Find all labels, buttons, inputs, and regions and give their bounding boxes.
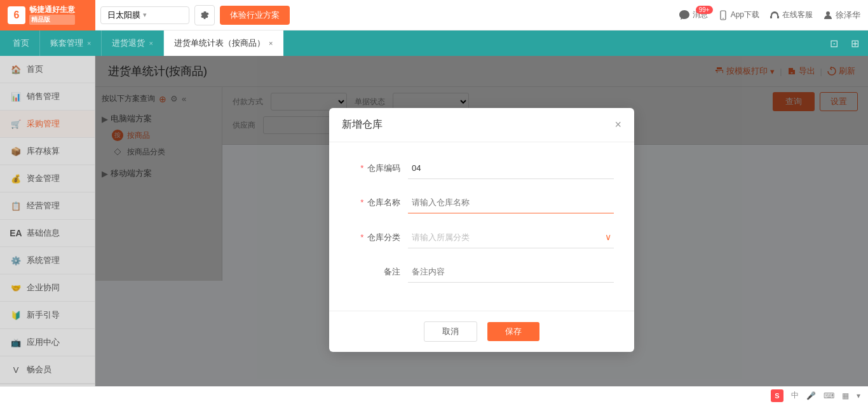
trial-button[interactable]: 体验行业方案 [220, 6, 290, 25]
sidebar-label-purchase: 采购管理 [27, 118, 60, 130]
sidebar-item-guide[interactable]: 🔰 新手引导 [0, 302, 95, 329]
sidebar-item-sales[interactable]: 📊 销售管理 [0, 83, 95, 111]
main-layout: 🏠 首页 📊 销售管理 🛒 采购管理 📦 库存核算 💰 资金管理 📋 经营管理 … [0, 56, 868, 404]
svg-rect-2 [770, 16, 772, 18]
sidebar-label-apps: 应用中心 [27, 337, 60, 348]
tab-bar: 首页 账套管理 × 进货退货 × 进货单统计表（按商品） × ⊡ ⊞ [0, 30, 868, 56]
sidebar-item-inventory[interactable]: 📦 库存核算 [0, 138, 95, 165]
sidebar-label-finance: 资金管理 [27, 173, 60, 184]
store-label: 日太阳膜 [107, 10, 140, 21]
apps-icon: 📺 [10, 337, 22, 348]
status-lang[interactable]: 中 [791, 390, 799, 401]
s-logo-icon: S [771, 389, 783, 402]
sidebar-label-home: 首页 [27, 64, 43, 75]
sidebar-item-info[interactable]: EA 基础信息 [0, 220, 95, 247]
username: 徐泽华 [836, 10, 860, 21]
sidebar-item-apps[interactable]: 📺 应用中心 [0, 329, 95, 356]
chevron-down-icon: ▾ [143, 11, 147, 19]
remark-label: 备注 [349, 266, 400, 278]
gear-button[interactable] [194, 5, 215, 25]
logo-badge: 精品版 [29, 15, 75, 25]
tab-account[interactable]: 账套管理 × [40, 30, 102, 56]
logo-name: 畅捷通好生意 [29, 5, 75, 15]
sidebar-item-vip[interactable]: V 畅会员 [0, 356, 95, 384]
code-label: * 仓库编码 [349, 163, 400, 174]
sidebar-label-sales: 销售管理 [27, 91, 60, 102]
content-area: 进货单统计(按商品) 按模板打印 ▾ | 导出 | 刷新 [95, 56, 868, 404]
sidebar-label-info: 基础信息 [27, 227, 60, 239]
status-logo: S [771, 389, 783, 402]
warehouse-code-input[interactable] [408, 158, 614, 179]
gear-icon [200, 10, 210, 20]
collab-icon: 🤝 [10, 282, 22, 293]
status-mic-icon[interactable]: 🎤 [806, 391, 816, 400]
sidebar-label-guide: 新手引导 [27, 309, 60, 321]
svg-rect-3 [777, 16, 779, 18]
modal-header: 新增仓库 × [329, 108, 634, 142]
modal-footer: 取消 保存 [329, 311, 634, 352]
warehouse-name-input[interactable] [408, 192, 614, 213]
sidebar-item-manage[interactable]: 📋 经营管理 [0, 192, 95, 220]
category-select-wrap: 请输入所属分类 ∨ [408, 226, 614, 248]
modal-body: * 仓库编码 * 仓库名称 [329, 142, 634, 311]
sidebar-label-manage: 经营管理 [27, 200, 60, 212]
svg-point-1 [722, 18, 724, 19]
store-selector[interactable]: 日太阳膜 ▾ [100, 6, 189, 24]
messages-button[interactable]: 消息 99+ [679, 10, 708, 21]
status-keyboard-icon[interactable]: ⌨ [824, 391, 834, 400]
tab-purchase-return[interactable]: 进货退货 × [102, 30, 163, 56]
nav-right: 消息 99+ App下载 在线客服 徐泽华 [679, 10, 860, 21]
status-grid-icon[interactable]: ▦ [842, 391, 849, 400]
status-bar: S 中 🎤 ⌨ ▦ ▾ [0, 386, 868, 404]
sidebar: 🏠 首页 📊 销售管理 🛒 采购管理 📦 库存核算 💰 资金管理 📋 经营管理 … [0, 56, 95, 404]
sidebar-label-vip: 畅会员 [27, 364, 51, 375]
tab-maximize-button[interactable]: ⊞ [844, 37, 865, 50]
purchase-icon: 🛒 [10, 118, 22, 130]
cancel-button[interactable]: 取消 [424, 321, 477, 342]
svg-point-4 [826, 11, 830, 15]
vip-icon: V [10, 364, 22, 375]
app-download-button[interactable]: App下载 [718, 10, 759, 20]
modal-code-row: * 仓库编码 [349, 158, 614, 179]
modal-close-button[interactable]: × [614, 118, 621, 131]
sidebar-item-finance[interactable]: 💰 资金管理 [0, 165, 95, 192]
system-icon: ⚙️ [10, 255, 22, 266]
manage-icon: 📋 [10, 200, 22, 212]
sidebar-item-collab[interactable]: 🤝 企业协同 [0, 274, 95, 302]
message-badge: 99+ [696, 6, 713, 14]
sidebar-label-collab: 企业协同 [27, 282, 60, 293]
finance-icon: 💰 [10, 173, 22, 184]
warehouse-remark-input[interactable] [408, 261, 614, 283]
headphone-icon [770, 10, 780, 20]
message-icon [679, 10, 690, 21]
tab-restore-button[interactable]: ⊡ [824, 37, 844, 50]
status-expand-icon[interactable]: ▾ [857, 391, 860, 400]
category-label: * 仓库分类 [349, 232, 400, 243]
sidebar-item-home[interactable]: 🏠 首页 [0, 56, 95, 83]
user-info[interactable]: 徐泽华 [823, 10, 860, 21]
new-warehouse-modal: 新增仓库 × * 仓库编码 [329, 108, 634, 352]
inventory-icon: 📦 [10, 145, 22, 157]
tab-purchase-stats[interactable]: 进货单统计表（按商品） × [164, 30, 283, 56]
modal-title: 新增仓库 [342, 118, 383, 131]
tab-close-purchase-stats[interactable]: × [269, 39, 273, 47]
top-nav: 6 畅捷通好生意 精品版 日太阳膜 ▾ 体验行业方案 消息 99+ App下载 … [0, 0, 868, 30]
sidebar-item-purchase[interactable]: 🛒 采购管理 [0, 111, 95, 138]
tab-home[interactable]: 首页 [3, 30, 40, 56]
sales-icon: 📊 [10, 91, 22, 102]
tab-close-purchase-return[interactable]: × [149, 39, 153, 47]
online-service-button[interactable]: 在线客服 [770, 10, 813, 20]
modal-category-row: * 仓库分类 请输入所属分类 ∨ [349, 226, 614, 248]
save-button[interactable]: 保存 [487, 322, 539, 341]
home-icon: 🏠 [10, 64, 22, 75]
modal-name-row: * 仓库名称 [349, 192, 614, 213]
info-icon: EA [10, 227, 22, 239]
name-label: * 仓库名称 [349, 197, 400, 208]
sidebar-item-system[interactable]: ⚙️ 系统管理 [0, 247, 95, 274]
sidebar-label-system: 系统管理 [27, 255, 60, 266]
tab-controls: ⊡ ⊞ [824, 37, 865, 50]
tab-close-account[interactable]: × [87, 39, 91, 47]
user-icon [823, 10, 833, 20]
guide-icon: 🔰 [10, 309, 22, 321]
warehouse-category-select[interactable]: 请输入所属分类 [408, 226, 614, 248]
